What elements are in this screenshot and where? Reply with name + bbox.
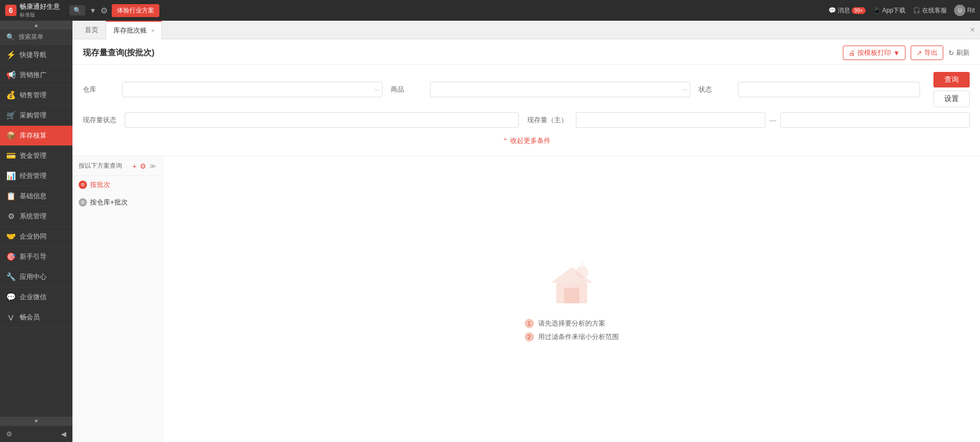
tab-close-btn[interactable]: × bbox=[151, 27, 154, 34]
status-group bbox=[738, 82, 920, 97]
logo-area: 6 畅康通好生意 标准版 bbox=[5, 2, 60, 19]
inventory-icon: 📦 bbox=[6, 131, 16, 140]
dropdown-icon: ▼ bbox=[893, 49, 900, 57]
main-layout: ▲ 🔍 搜索菜单 ⚡ 快捷导航 📢 营销推广 💰 销售管理 🛒 采购管理 bbox=[0, 21, 980, 442]
close-panel-btn[interactable]: × bbox=[970, 25, 975, 35]
warehouse-group: ··· bbox=[122, 82, 382, 97]
sidebar-item-operation[interactable]: 📊 经营管理 bbox=[0, 166, 72, 186]
warehouse-more-btn[interactable]: ··· bbox=[375, 86, 379, 93]
app-download-label: App下载 bbox=[882, 6, 905, 15]
online-service-item[interactable]: 🎧 在线客服 bbox=[913, 6, 947, 15]
tabs-bar: 首页 库存批次账 × × bbox=[72, 21, 980, 39]
messages-item[interactable]: 💬 消息 99+ bbox=[828, 6, 866, 15]
tip1-number: 1 bbox=[525, 319, 534, 328]
tab-inventory-batch-label: 库存批次账 bbox=[113, 26, 147, 35]
sidebar-item-label: 新手引导 bbox=[20, 252, 47, 261]
search-icon: 🔍 bbox=[73, 7, 81, 14]
sidebar-item-finance[interactable]: 💳 资金管理 bbox=[0, 146, 72, 166]
sidebar-item-basic[interactable]: 📋 基础信息 bbox=[0, 186, 72, 207]
left-panel-item-by-warehouse-batch[interactable]: ⚙ 按仓库+批次 bbox=[72, 194, 162, 211]
content-body: 按以下方案查询 + ⚙ ≫ ⚙ 按批次 ⚙ 按仓库+批次 bbox=[72, 156, 980, 442]
user-name: Rit bbox=[967, 7, 975, 14]
sidebar-settings-icon[interactable]: ⚙ bbox=[6, 430, 12, 438]
by-batch-dot: ⚙ bbox=[79, 181, 87, 189]
product-label: 商品 bbox=[391, 85, 422, 94]
tab-inventory-batch[interactable]: 库存批次账 × bbox=[106, 21, 162, 39]
template-print-btn[interactable]: 🖨 按模板打印 ▼ bbox=[843, 46, 905, 60]
sidebar-bottom: ⚙ ◀ bbox=[0, 425, 72, 442]
export-icon: ↗ bbox=[916, 49, 922, 57]
message-icon: 💬 bbox=[828, 7, 836, 14]
product-more-btn[interactable]: ··· bbox=[682, 86, 687, 93]
finance-icon: 💳 bbox=[6, 151, 16, 160]
stock-qty-min-input[interactable] bbox=[576, 112, 765, 128]
sidebar-item-wechat[interactable]: 💬 企业微信 bbox=[0, 287, 72, 307]
sidebar-item-label: 快捷导航 bbox=[20, 50, 47, 60]
left-panel-add-icon[interactable]: + bbox=[132, 162, 137, 170]
sidebar-item-label: 企业微信 bbox=[20, 292, 47, 302]
sidebar-collapse-icon[interactable]: ◀ bbox=[61, 430, 66, 438]
stock-status-select[interactable] bbox=[125, 112, 519, 128]
company-name: 畅康通好生意 bbox=[20, 2, 60, 11]
sidebar-item-marketing[interactable]: 📢 营销推广 bbox=[0, 65, 72, 85]
sidebar-item-enterprise[interactable]: 🤝 企业协同 bbox=[0, 227, 72, 247]
printer-icon: 🖨 bbox=[849, 49, 855, 57]
app-download-item[interactable]: 📱 App下载 bbox=[873, 6, 905, 15]
page-title: 现存量查询(按批次) bbox=[83, 48, 155, 58]
collapse-up-icon: ⌃ bbox=[502, 137, 508, 145]
experience-btn[interactable]: 体验行业方案 bbox=[112, 4, 159, 17]
empty-illustration bbox=[546, 257, 598, 308]
collapse-more-btn[interactable]: ⌃ 收起更多条件 bbox=[83, 133, 970, 149]
left-panel-item-by-batch[interactable]: ⚙ 按批次 bbox=[72, 176, 162, 194]
operation-icon: 📊 bbox=[6, 171, 16, 181]
tab-home[interactable]: 首页 bbox=[78, 21, 106, 39]
refresh-btn[interactable]: ↻ 刷新 bbox=[948, 48, 970, 57]
sidebar-item-purchase[interactable]: 🛒 采购管理 bbox=[0, 106, 72, 126]
product-input[interactable] bbox=[430, 82, 690, 97]
warehouse-input[interactable] bbox=[122, 82, 382, 97]
status-select[interactable] bbox=[738, 82, 920, 97]
system-icon: ⚙ bbox=[6, 212, 16, 221]
left-panel-collapse-icon[interactable]: ≫ bbox=[150, 163, 156, 170]
sidebar-scroll-down[interactable]: ▼ bbox=[0, 417, 72, 425]
sales-icon: 💰 bbox=[6, 91, 16, 100]
sidebar-search-label: 搜索菜单 bbox=[19, 33, 43, 41]
export-btn[interactable]: ↗ 导出 bbox=[911, 46, 943, 60]
sidebar-item-system[interactable]: ⚙ 系统管理 bbox=[0, 207, 72, 227]
page-header-actions: 🖨 按模板打印 ▼ ↗ 导出 ↻ 刷新 bbox=[843, 46, 970, 60]
empty-tip-1: 1 请先选择要分析的方案 bbox=[525, 319, 619, 328]
sidebar-item-search[interactable]: 🔍 搜索菜单 bbox=[0, 30, 72, 45]
sidebar-item-inventory[interactable]: 📦 库存核算 bbox=[0, 126, 72, 146]
member-icon: V bbox=[6, 313, 16, 322]
left-panel-settings-icon[interactable]: ⚙ bbox=[140, 162, 146, 170]
content-area: 首页 库存批次账 × × 现存量查询(按批次) 🖨 按模板打印 ▼ bbox=[72, 21, 980, 442]
headset-icon: 🎧 bbox=[913, 7, 920, 14]
sidebar-items: 🔍 搜索菜单 ⚡ 快捷导航 📢 营销推广 💰 销售管理 🛒 采购管理 📦 bbox=[0, 30, 72, 417]
left-panel: 按以下方案查询 + ⚙ ≫ ⚙ 按批次 ⚙ 按仓库+批次 bbox=[72, 156, 163, 442]
sidebar-item-quick-nav[interactable]: ⚡ 快捷导航 bbox=[0, 45, 72, 65]
product-group: ··· bbox=[430, 82, 690, 97]
sidebar-item-label: 应用中心 bbox=[20, 272, 47, 282]
stock-qty-max-input[interactable] bbox=[780, 112, 970, 128]
sidebar-item-member[interactable]: V 畅会员 bbox=[0, 307, 72, 328]
dropdown-arrow-icon[interactable]: ▼ bbox=[90, 7, 96, 14]
user-avatar-item[interactable]: U Rit bbox=[954, 5, 975, 16]
settings-icon[interactable]: ⚙ bbox=[100, 6, 108, 16]
by-warehouse-batch-dot: ⚙ bbox=[79, 198, 87, 207]
query-actions: 查询 设置 bbox=[933, 72, 970, 107]
template-print-label: 按模板打印 bbox=[857, 48, 891, 57]
sidebar-item-newbie[interactable]: 🎯 新手引导 bbox=[0, 247, 72, 267]
sidebar-item-sales[interactable]: 💰 销售管理 bbox=[0, 85, 72, 106]
company-info: 畅康通好生意 标准版 bbox=[20, 2, 60, 19]
page-header: 现存量查询(按批次) 🖨 按模板打印 ▼ ↗ 导出 ↻ 刷新 bbox=[72, 39, 980, 65]
online-service-label: 在线客服 bbox=[922, 6, 947, 15]
sidebar-scroll-up[interactable]: ▲ bbox=[0, 21, 72, 30]
export-label: 导出 bbox=[924, 48, 938, 57]
sidebar: ▲ 🔍 搜索菜单 ⚡ 快捷导航 📢 营销推广 💰 销售管理 🛒 采购管理 bbox=[0, 21, 72, 442]
top-bar-search[interactable]: 🔍 bbox=[69, 5, 85, 16]
sidebar-item-app-center[interactable]: 🔧 应用中心 bbox=[0, 267, 72, 287]
app-download-icon: 📱 bbox=[873, 7, 881, 14]
query-btn[interactable]: 查询 bbox=[933, 72, 970, 87]
stock-status-group bbox=[125, 112, 519, 128]
settings-btn[interactable]: 设置 bbox=[933, 91, 970, 107]
